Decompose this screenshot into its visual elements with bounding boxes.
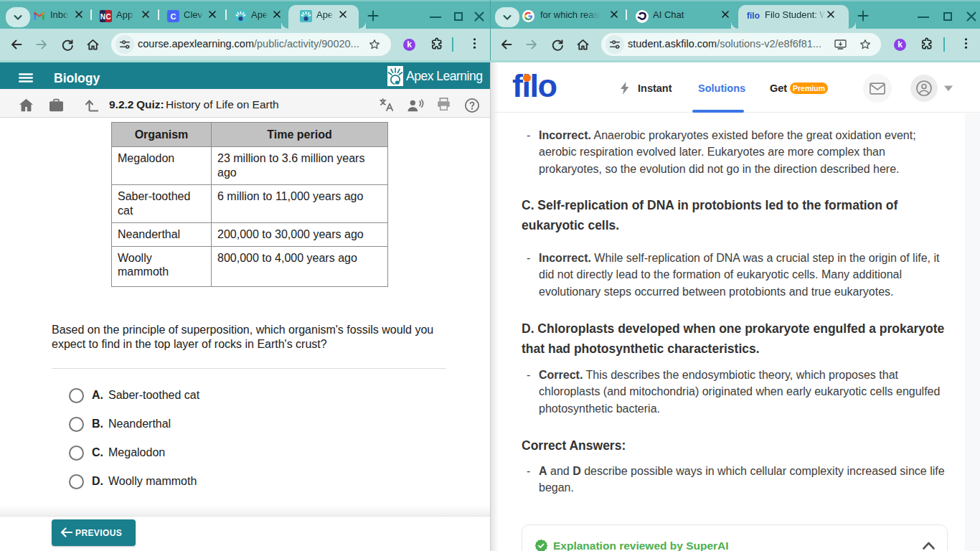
svg-text:N: N — [100, 13, 105, 21]
svg-text:C: C — [171, 12, 176, 21]
svg-text:C: C — [106, 13, 111, 21]
